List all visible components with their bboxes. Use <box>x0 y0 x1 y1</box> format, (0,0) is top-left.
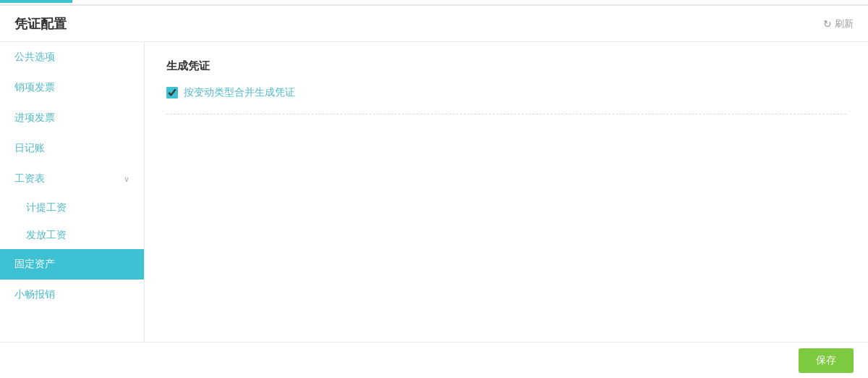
sidebar-item-sales-invoice[interactable]: 销项发票 <box>0 72 144 103</box>
sidebar-item-label: 计提工资 <box>26 201 67 213</box>
top-tab-bar <box>0 0 868 6</box>
sidebar-item-journal[interactable]: 日记账 <box>0 133 144 164</box>
sidebar-item-payroll-accrual[interactable]: 计提工资 <box>0 194 144 222</box>
header: 凭证配置 ↻ 刷新 <box>0 6 868 42</box>
footer: 保存 <box>0 342 868 378</box>
sidebar-item-label: 固定资产 <box>14 258 55 271</box>
content-area: 生成凭证 按变动类型合并生成凭证 <box>145 42 868 342</box>
page-title: 凭证配置 <box>14 15 67 33</box>
sidebar: 公共选项 销项发票 进项发票 日记账 工资表 ∨ 计提工资 发放工资 固定资产 … <box>0 42 145 342</box>
section-title: 生成凭证 <box>166 59 846 73</box>
merge-by-type-checkbox[interactable] <box>166 87 178 98</box>
sidebar-item-payroll-distribute[interactable]: 发放工资 <box>0 222 144 249</box>
sidebar-item-label: 公共选项 <box>14 51 55 64</box>
sidebar-item-expense[interactable]: 小畅报销 <box>0 280 144 310</box>
refresh-icon: ↻ <box>823 18 832 30</box>
section-divider <box>166 114 846 114</box>
merge-by-type-label[interactable]: 按变动类型合并生成凭证 <box>184 86 295 99</box>
sidebar-item-label: 小畅报销 <box>14 288 55 301</box>
sidebar-item-label: 工资表 <box>14 172 45 185</box>
sidebar-item-public-options[interactable]: 公共选项 <box>0 42 144 72</box>
refresh-button[interactable]: ↻ 刷新 <box>823 17 854 30</box>
sidebar-item-fixed-assets[interactable]: 固定资产 <box>0 249 144 280</box>
sidebar-item-label: 进项发票 <box>14 112 55 125</box>
main-layout: 公共选项 销项发票 进项发票 日记账 工资表 ∨ 计提工资 发放工资 固定资产 … <box>0 42 868 342</box>
sidebar-item-label: 销项发票 <box>14 81 55 94</box>
sidebar-item-payroll[interactable]: 工资表 ∨ <box>0 164 144 194</box>
sidebar-item-label: 发放工资 <box>26 229 67 240</box>
chevron-down-icon: ∨ <box>124 175 129 184</box>
refresh-label: 刷新 <box>835 17 854 30</box>
sidebar-item-purchase-invoice[interactable]: 进项发票 <box>0 103 144 133</box>
save-button[interactable]: 保存 <box>799 348 854 373</box>
checkbox-row: 按变动类型合并生成凭证 <box>166 86 846 99</box>
sidebar-item-label: 日记账 <box>14 142 45 155</box>
